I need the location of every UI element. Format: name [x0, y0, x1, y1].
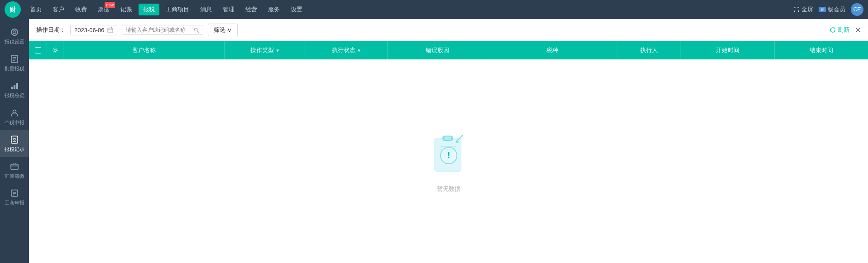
refresh-label: 刷新 [838, 26, 849, 34]
avatar-text: CE [854, 6, 861, 13]
content-area: 操作日期： 2023-06-06 筛选 ∨ [29, 19, 868, 263]
close-button[interactable]: ✕ [855, 26, 861, 34]
svg-rect-33 [444, 136, 451, 140]
empty-state: ! 暂无数据 [426, 130, 471, 193]
th-optype-label: 操作类型 [250, 46, 274, 54]
svg-rect-9 [14, 85, 15, 89]
nav-item-服务[interactable]: 服务 [264, 4, 284, 15]
tax-overview-icon [10, 81, 19, 91]
svg-rect-19 [11, 190, 18, 196]
sidebar-item-personal-tax[interactable]: 个税申报 [0, 103, 29, 130]
svg-point-27 [194, 28, 197, 31]
table-body: ! 暂无数据 [29, 59, 868, 263]
svg-rect-8 [11, 87, 13, 89]
svg-text:!: ! [447, 150, 450, 160]
filter-label: 筛选 [214, 26, 225, 34]
select-all-checkbox[interactable] [35, 47, 41, 54]
nav-item-记账[interactable]: 记账 [116, 4, 137, 15]
th-executor: 执行人 [618, 41, 681, 59]
th-checkbox[interactable] [29, 41, 47, 59]
th-client-name: 客户名称 [63, 41, 225, 59]
fullscreen-label: 全屏 [801, 5, 813, 14]
member-label: 畅会员 [828, 5, 845, 14]
th-ex-status[interactable]: 执行状态 ▼ [306, 41, 388, 59]
empty-icon: ! [426, 130, 471, 180]
filter-button[interactable]: 筛选 ∨ [208, 24, 238, 36]
nav-item-经营[interactable]: 经营 [241, 4, 262, 15]
svg-rect-12 [11, 136, 18, 143]
date-picker[interactable]: 2023-06-06 [70, 25, 117, 35]
empty-text: 暂无数据 [437, 185, 460, 193]
th-exstatus-label: 执行状态 [332, 46, 355, 54]
reconcile-icon [10, 161, 19, 171]
batch-tax-icon [10, 54, 19, 64]
main-layout: 报税设置批量报税报税总览个税申报报税记录汇算清缴工商年报 操作日期： 2023-… [0, 19, 868, 263]
th-end-time: 结束时间 [775, 41, 868, 59]
svg-text:财: 财 [9, 6, 16, 13]
nav-item-报税[interactable]: 报税 [139, 4, 159, 15]
nav-item-客户[interactable]: 客户 [48, 4, 69, 15]
tax-settings-icon [10, 27, 19, 37]
nav-item-管理[interactable]: 管理 [218, 4, 239, 15]
sidebar-item-annual-report[interactable]: 工商年报 [0, 184, 29, 210]
nav-item-设置[interactable]: 设置 [286, 4, 307, 15]
sidebar-item-tax-records[interactable]: 报税记录 [0, 130, 29, 157]
table-header: 客户名称 操作类型 ▼ 执行状态 ▼ 错误股因 税种 执行人 [29, 41, 868, 59]
th-taxtype-label: 税种 [547, 46, 558, 54]
svg-rect-23 [107, 28, 112, 32]
sidebar-label-annual-report: 工商年报 [5, 200, 24, 206]
th-tax-type: 税种 [487, 41, 618, 59]
nav-item-票据[interactable]: 票据new [93, 4, 114, 15]
th-settings[interactable] [47, 41, 63, 59]
nav-item-消息[interactable]: 消息 [196, 4, 216, 15]
top-navigation: 财 首页客户收费票据new记账报税工商项目消息管理经营服务设置 全屏 畅 畅会员… [0, 0, 868, 19]
nav-menu: 首页客户收费票据new记账报税工商项目消息管理经营服务设置 [25, 4, 793, 15]
svg-rect-40 [440, 149, 452, 150]
sidebar-item-tax-settings[interactable]: 报税设置 [0, 23, 29, 49]
th-executor-label: 执行人 [640, 46, 658, 54]
date-value: 2023-06-06 [74, 27, 105, 34]
sidebar-label-tax-overview: 报税总览 [5, 93, 24, 98]
sidebar-item-tax-overview[interactable]: 报税总览 [0, 76, 29, 103]
nav-item-首页[interactable]: 首页 [25, 4, 46, 15]
fullscreen-btn[interactable]: 全屏 [793, 5, 813, 14]
nav-item-工商项目[interactable]: 工商项目 [161, 4, 194, 15]
refresh-button[interactable]: 刷新 [830, 26, 849, 34]
personal-tax-icon [10, 108, 19, 118]
exstatus-sort-icon: ▼ [357, 48, 361, 53]
annual-report-icon [10, 188, 19, 198]
th-starttime-label: 开始时间 [716, 46, 739, 54]
svg-point-13 [14, 138, 15, 140]
svg-rect-39 [440, 146, 456, 147]
nav-item-收费[interactable]: 收费 [71, 4, 91, 15]
date-label: 操作日期： [36, 26, 66, 34]
th-erreason-label: 错误股因 [426, 46, 449, 54]
svg-text:畅: 畅 [821, 8, 824, 11]
svg-rect-10 [16, 83, 18, 89]
svg-point-29 [54, 49, 56, 52]
sidebar-label-personal-tax: 个税申报 [5, 120, 24, 126]
toolbar: 操作日期： 2023-06-06 筛选 ∨ [29, 19, 868, 41]
member-btn[interactable]: 畅 畅会员 [819, 5, 845, 14]
nav-badge-new: new [105, 2, 115, 8]
app-logo[interactable]: 财 [5, 1, 21, 18]
sidebar-label-reconcile: 汇算清缴 [5, 173, 24, 179]
search-wrap[interactable] [122, 25, 203, 35]
th-op-type[interactable]: 操作类型 ▼ [225, 41, 306, 59]
svg-line-28 [197, 30, 199, 32]
filter-chevron-icon: ∨ [227, 27, 232, 34]
user-avatar[interactable]: CE [851, 3, 863, 16]
optype-sort-icon: ▼ [275, 48, 280, 53]
sidebar-label-batch-tax: 批量报税 [5, 66, 24, 72]
svg-rect-15 [11, 164, 18, 170]
th-err-reason: 错误股因 [388, 41, 488, 59]
sidebar-label-tax-settings: 报税设置 [5, 39, 24, 45]
sidebar-item-batch-tax[interactable]: 批量报税 [0, 49, 29, 76]
tax-records-icon [10, 135, 19, 145]
search-input[interactable] [126, 27, 192, 33]
sidebar-label-tax-records: 报税记录 [5, 146, 24, 152]
data-table: 客户名称 操作类型 ▼ 执行状态 ▼ 错误股因 税种 执行人 [29, 41, 868, 263]
sidebar-item-reconcile[interactable]: 汇算清缴 [0, 157, 29, 184]
th-endtime-label: 结束时间 [810, 46, 833, 54]
sidebar: 报税设置批量报税报税总览个税申报报税记录汇算清缴工商年报 [0, 19, 29, 263]
